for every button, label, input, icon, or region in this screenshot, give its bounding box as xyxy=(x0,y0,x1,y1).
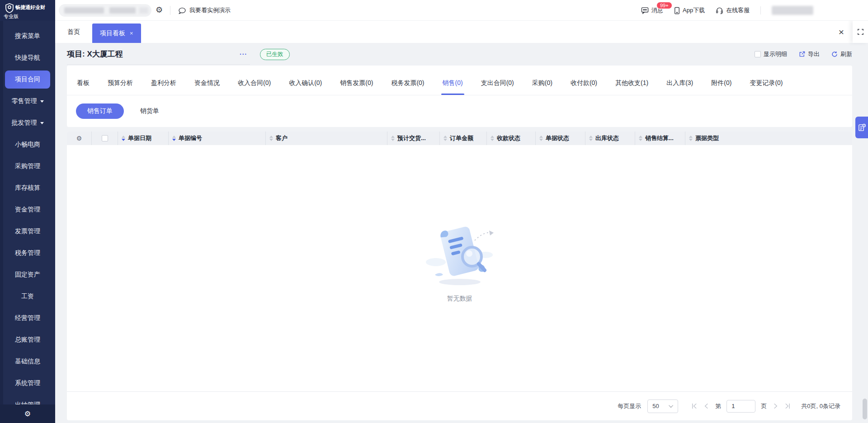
col-outbound-status[interactable]: 出库状态 xyxy=(585,132,635,145)
prev-page-button[interactable] xyxy=(703,403,710,409)
tab-home[interactable]: 首页 xyxy=(55,21,92,43)
message-icon xyxy=(641,7,649,14)
tab-other-income-expense[interactable]: 其他收支(1) xyxy=(615,79,648,95)
col-payment-status[interactable]: 收款状态 xyxy=(487,132,536,145)
sort-icon[interactable] xyxy=(539,136,543,141)
select-all-checkbox[interactable] xyxy=(92,132,118,145)
checkbox-icon[interactable] xyxy=(102,135,108,141)
sort-icon[interactable] xyxy=(172,136,176,141)
tab-project-board-label: 项目看板 xyxy=(100,29,125,38)
col-expected-delivery[interactable]: 预计交货... xyxy=(387,132,440,145)
logo-block: 畅捷通好业财 专业版 xyxy=(0,0,55,21)
empty-state-illustration xyxy=(421,221,498,288)
brand-edition: 专业版 xyxy=(4,13,19,20)
sidebar-item-retail[interactable]: 零售管理 xyxy=(0,90,55,112)
work-order-icon xyxy=(858,123,866,132)
checkbox-icon[interactable] xyxy=(755,51,761,57)
table-card: ⚙ 单据日期 单据编号 客户 预计交货... 订单金额 xyxy=(67,132,852,420)
col-ticket-type[interactable]: 票据类型 xyxy=(685,132,852,145)
tab-purchase[interactable]: 采购(0) xyxy=(532,79,552,95)
sidebar-item-invoice[interactable]: 发票管理 xyxy=(0,221,55,242)
col-customer[interactable]: 客户 xyxy=(266,132,387,145)
subtab-sales-order[interactable]: 销售订单 xyxy=(76,103,124,119)
page-header: 项目: X大厦工程 ··· 已生效 显示明细 导出 xyxy=(67,43,852,66)
subtab-delivery-note[interactable]: 销货单 xyxy=(129,107,170,115)
tab-sales[interactable]: 销售(0) xyxy=(443,79,463,95)
last-page-button[interactable] xyxy=(784,403,791,409)
sort-icon[interactable] xyxy=(689,136,693,141)
page-number-input[interactable] xyxy=(726,400,755,413)
vertical-scrollbar-thumb[interactable] xyxy=(863,399,867,419)
col-sales-settlement[interactable]: 销售结算... xyxy=(635,132,685,145)
tab-budget-analysis[interactable]: 预算分析 xyxy=(108,79,133,95)
sidebar-item-general-ledger[interactable]: 总账管理 xyxy=(0,329,55,351)
demo-bubble-icon xyxy=(178,7,186,14)
sidebar-item-system[interactable]: 系统管理 xyxy=(0,372,55,394)
app-download-button[interactable]: App下载 xyxy=(674,6,705,14)
next-page-button[interactable] xyxy=(772,403,779,409)
show-detail-checkbox[interactable]: 显示明细 xyxy=(755,50,787,58)
sidebar-item-ecommerce[interactable]: 小畅电商 xyxy=(0,134,55,155)
sidebar-item-search-menu[interactable]: 搜索菜单 xyxy=(0,25,55,47)
redacted-text xyxy=(109,7,136,14)
tab-in-out-stock[interactable]: 出入库(3) xyxy=(666,79,693,95)
col-doc-number[interactable]: 单据编号 xyxy=(169,132,266,145)
tab-funds-status[interactable]: 资金情况 xyxy=(194,79,220,95)
tab-profit-analysis[interactable]: 盈利分析 xyxy=(151,79,176,95)
column-settings-gear-icon[interactable]: ⚙ xyxy=(67,132,92,145)
sidebar-item-wholesale[interactable]: 批发管理 xyxy=(0,112,55,134)
user-account[interactable] xyxy=(772,6,813,15)
tab-income-contract[interactable]: 收入合同(0) xyxy=(238,79,271,95)
feedback-float-button[interactable] xyxy=(855,117,868,138)
sort-icon[interactable] xyxy=(491,136,494,141)
tab-change-log[interactable]: 变更记录(0) xyxy=(750,79,783,95)
sidebar-item-purchase[interactable]: 采购管理 xyxy=(0,155,55,177)
divider xyxy=(170,6,170,15)
sidebar-settings-gear-icon[interactable]: ⚙ xyxy=(0,404,55,423)
sidebar-item-fixed-assets[interactable]: 固定资产 xyxy=(0,264,55,286)
demo-link[interactable]: 我要看实例演示 xyxy=(178,0,231,21)
settings-gear-icon[interactable]: ⚙ xyxy=(156,5,163,14)
tab-attachments[interactable]: 附件(0) xyxy=(711,79,731,95)
tab-payments[interactable]: 收付款(0) xyxy=(571,79,597,95)
tab-close-icon[interactable]: × xyxy=(130,30,133,37)
sidebar-item-funds[interactable]: 资金管理 xyxy=(0,199,55,221)
first-page-button[interactable] xyxy=(691,403,698,409)
col-doc-date[interactable]: 单据日期 xyxy=(118,132,169,145)
sort-icon[interactable] xyxy=(269,136,273,141)
online-service-button[interactable]: 在线客服 xyxy=(716,6,750,14)
fullscreen-button[interactable] xyxy=(853,21,868,43)
refresh-button[interactable]: 刷新 xyxy=(831,50,852,58)
main-content: 项目: X大厦工程 ··· 已生效 显示明细 导出 xyxy=(55,43,868,423)
sidebar-item-payroll[interactable]: 工资 xyxy=(0,286,55,307)
tab-income-confirm[interactable]: 收入确认(0) xyxy=(289,79,322,95)
more-options-icon[interactable]: ··· xyxy=(240,51,250,58)
per-page-select[interactable]: 50 xyxy=(647,400,678,413)
sidebar-item-inventory[interactable]: 库存核算 xyxy=(0,177,55,199)
sort-icon[interactable] xyxy=(443,136,447,141)
messages-button[interactable]: 消息 99+ xyxy=(641,6,663,14)
sidebar-item-tax[interactable]: 税务管理 xyxy=(0,242,55,264)
export-label: 导出 xyxy=(808,50,820,58)
col-doc-status[interactable]: 单据状态 xyxy=(536,132,585,145)
per-page-value: 50 xyxy=(652,403,659,409)
sort-icon[interactable] xyxy=(589,136,593,141)
sort-icon[interactable] xyxy=(122,136,125,141)
sidebar-item-operations[interactable]: 经营管理 xyxy=(0,307,55,329)
demo-link-label: 我要看实例演示 xyxy=(189,6,231,14)
export-button[interactable]: 导出 xyxy=(799,50,820,58)
sidebar-item-quick-nav[interactable]: 快捷导航 xyxy=(0,47,55,69)
tab-sales-invoice[interactable]: 销售发票(0) xyxy=(340,79,373,95)
sort-icon[interactable] xyxy=(639,136,642,141)
tab-tax-invoice[interactable]: 税务发票(0) xyxy=(391,79,424,95)
col-order-amount[interactable]: 订单金额 xyxy=(440,132,487,145)
sub-tabs: 销售订单 销货单 xyxy=(67,95,852,127)
tab-board[interactable]: 看板 xyxy=(77,79,90,95)
tab-project-board[interactable]: 项目看板 × xyxy=(92,24,141,43)
search-input[interactable] xyxy=(59,4,151,17)
close-all-icon[interactable]: × xyxy=(830,21,853,43)
tab-expense-contract[interactable]: 支出合同(0) xyxy=(481,79,514,95)
sidebar-item-project-contract[interactable]: 项目合同 xyxy=(5,70,50,89)
sidebar-item-basic-info[interactable]: 基础信息 xyxy=(0,351,55,372)
sort-icon[interactable] xyxy=(391,136,395,141)
